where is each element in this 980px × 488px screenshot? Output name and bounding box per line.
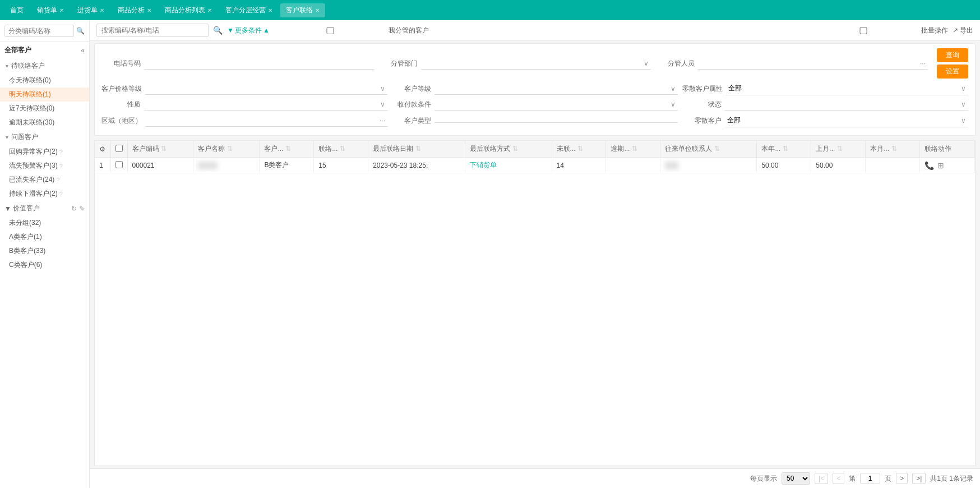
- row-code: 000021: [127, 158, 193, 173]
- my-customers-check[interactable]: [274, 27, 386, 34]
- sidebar-item-tomorrow[interactable]: 明天待联络(1): [0, 88, 89, 102]
- dept-select[interactable]: ∨: [421, 58, 651, 70]
- manager-select[interactable]: ···: [698, 58, 928, 70]
- sidebar-search-icon[interactable]: 🔍: [76, 27, 85, 35]
- customer-type-select[interactable]: [434, 119, 678, 123]
- price-level-select[interactable]: ∨: [145, 83, 387, 95]
- col-this-month[interactable]: 本月... ⇅: [866, 141, 920, 158]
- nav-customer-tier[interactable]: 客户分层经营 ✕: [220, 3, 278, 17]
- query-button[interactable]: 查询: [937, 48, 968, 62]
- filter-row-2: 客户价格等级 ∨ 客户等级 ∨ 零散客户属性 全部 ∨: [101, 82, 968, 95]
- collapse-icon[interactable]: «: [81, 47, 85, 54]
- filter-cell-retail-customer: 零散客户 全部 ∨: [682, 114, 968, 127]
- sidebar-item-c-class[interactable]: C类客户(6): [0, 258, 89, 272]
- nav-sales-order[interactable]: 销货单 ✕: [31, 3, 70, 17]
- retail-customer-select[interactable]: 全部 ∨: [725, 114, 968, 127]
- filter-cell-retail-attr: 零散客户属性 全部 ∨: [682, 82, 968, 95]
- col-unit-contact[interactable]: 往来单位联系人 ⇅: [660, 141, 757, 158]
- customer-level-select[interactable]: ∨: [434, 83, 678, 95]
- sidebar-search-input[interactable]: [4, 25, 74, 37]
- filter-cell-customer-level: 客户等级 ∨: [392, 83, 678, 95]
- grid-action-icon[interactable]: ⊞: [937, 161, 944, 170]
- col-last-month[interactable]: 上月... ⇅: [811, 141, 866, 158]
- batch-ops-check[interactable]: [807, 27, 919, 34]
- prev-page-button[interactable]: <: [833, 473, 844, 484]
- col-contacts[interactable]: 联络... ⇅: [314, 141, 368, 158]
- col-last-date[interactable]: 最后联络日期 ⇅: [368, 141, 465, 158]
- sidebar: 🔍 全部客户 « 待联络客户 今天待联络(0) 明天待联络(1) 近7天待联络(…: [0, 20, 90, 488]
- sidebar-item-today[interactable]: 今天待联络(0): [0, 73, 89, 88]
- close-icon[interactable]: ✕: [207, 7, 212, 13]
- sidebar-item-overdue[interactable]: 逾期未联络(30): [0, 116, 89, 130]
- col-overdue[interactable]: 逾期... ⇅: [606, 141, 660, 158]
- filter-icon: ▼: [227, 26, 234, 34]
- nav-purchase-order[interactable]: 进货单 ✕: [72, 3, 110, 17]
- sidebar-search-area: 🔍: [0, 20, 89, 42]
- phone-action-icon[interactable]: 📞: [924, 161, 934, 170]
- sidebar-item-declining[interactable]: 持续下滑客户(2) ?: [0, 187, 89, 201]
- sidebar-item-b-class[interactable]: B类客户(33): [0, 244, 89, 258]
- sort-icon: ⇅: [577, 145, 583, 153]
- sidebar-item-repurchase-anomaly[interactable]: 回购异常客户(2) ?: [0, 145, 89, 159]
- sidebar-item-lost[interactable]: 已流失客户(24) ?: [0, 173, 89, 187]
- ellipsis-icon: ···: [380, 117, 385, 125]
- close-icon[interactable]: ✕: [100, 7, 104, 13]
- search-input[interactable]: [96, 24, 209, 37]
- col-code[interactable]: 客户编码 ⇅: [127, 141, 193, 158]
- filter-cell-region: 区域（地区） ···: [101, 115, 387, 127]
- last-page-button[interactable]: >|: [912, 473, 926, 484]
- close-icon[interactable]: ✕: [59, 7, 64, 13]
- status-select[interactable]: ∨: [725, 99, 968, 111]
- sidebar-item-loss-warning[interactable]: 流失预警客户(3) ?: [0, 159, 89, 173]
- export-button[interactable]: ↗ 导出: [953, 26, 973, 35]
- nav-customer-contact[interactable]: 客户联络 ✕: [280, 3, 325, 17]
- more-conditions-button[interactable]: ▼ 更多条件 ▲: [227, 26, 270, 35]
- col-type[interactable]: 客户... ⇅: [260, 141, 314, 158]
- refresh-icon[interactable]: ↻: [71, 205, 77, 213]
- row-unit-contact: [660, 158, 757, 173]
- sidebar-item-7days[interactable]: 近7天待联络(0): [0, 102, 89, 116]
- nav-product-analysis[interactable]: 商品分析 ✕: [112, 3, 157, 17]
- sidebar-item-ungrouped[interactable]: 未分组(32): [0, 216, 89, 230]
- export-icon: ↗: [953, 26, 958, 34]
- first-page-button[interactable]: |<: [815, 473, 828, 484]
- chevron-up-icon: ▲: [263, 26, 270, 34]
- col-this-year[interactable]: 本年... ⇅: [757, 141, 811, 158]
- sort-icon: ⇅: [714, 145, 720, 153]
- row-last-month: 50.00: [811, 158, 866, 173]
- filter-row-3: 性质 ∨ 收付款条件 ∨ 状态 ∨: [101, 99, 968, 111]
- payment-select[interactable]: ∨: [434, 99, 678, 111]
- page-input[interactable]: [860, 473, 880, 484]
- nature-select[interactable]: ∨: [144, 99, 387, 111]
- region-select[interactable]: ···: [145, 115, 387, 127]
- next-page-button[interactable]: >: [896, 473, 908, 484]
- col-gear: ⚙: [95, 141, 110, 158]
- set-button[interactable]: 设置: [937, 65, 968, 79]
- batch-ops-button[interactable]: 批量操作: [807, 26, 948, 35]
- close-icon[interactable]: ✕: [315, 7, 320, 13]
- phone-input[interactable]: [144, 58, 374, 70]
- sidebar-item-a-class[interactable]: A类客户(1): [0, 230, 89, 244]
- search-button[interactable]: 🔍: [213, 26, 223, 35]
- col-last-method[interactable]: 最后联络方式 ⇅: [465, 141, 552, 158]
- nav-home[interactable]: 首页: [4, 3, 29, 17]
- row-overdue: [606, 158, 660, 173]
- select-all-checkbox[interactable]: [115, 145, 123, 152]
- total-records-label: 共1页 1条记录: [930, 474, 973, 484]
- edit-icon[interactable]: ✎: [79, 205, 85, 213]
- sort-icon: ⇅: [632, 145, 637, 153]
- nav-product-analysis-list[interactable]: 商品分析列表 ✕: [159, 3, 218, 17]
- retail-attr-select[interactable]: 全部 ∨: [726, 82, 968, 95]
- my-customers-checkbox[interactable]: 我分管的客户: [274, 26, 429, 35]
- per-page-select[interactable]: 10 20 50 100: [782, 472, 810, 485]
- close-icon[interactable]: ✕: [147, 7, 151, 13]
- top-nav: 首页 销货单 ✕ 进货单 ✕ 商品分析 ✕ 商品分析列表 ✕ 客户分层经营 ✕ …: [0, 0, 980, 20]
- row-this-month: [866, 158, 920, 173]
- table-header-row: ⚙ 客户编码 ⇅ 客户名称 ⇅ 客户... ⇅ 联络... ⇅ 最后联络日期 ⇅…: [95, 141, 975, 158]
- col-not-contacted[interactable]: 未联... ⇅: [552, 141, 606, 158]
- col-name[interactable]: 客户名称 ⇅: [193, 141, 260, 158]
- row-not-contacted: 14: [552, 158, 606, 173]
- filter-cell-dept: 分管部门 ∨: [378, 58, 651, 70]
- row-checkbox[interactable]: [110, 158, 127, 173]
- close-icon[interactable]: ✕: [268, 7, 272, 13]
